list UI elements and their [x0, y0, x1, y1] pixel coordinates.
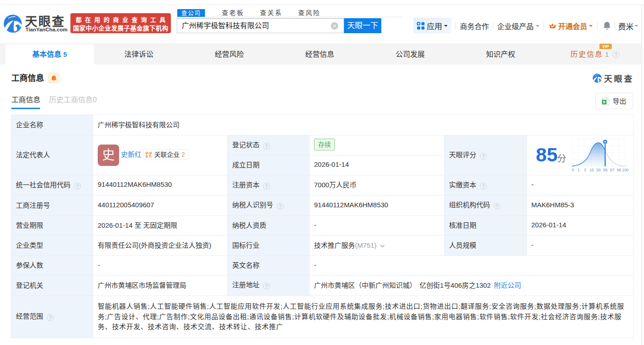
svg-text:100: 100 [622, 168, 629, 172]
svg-text:50: 50 [596, 168, 601, 172]
svg-text:15: 15 [589, 168, 594, 172]
svg-text:1: 1 [578, 168, 580, 172]
svg-text:企: 企 [149, 155, 152, 158]
svg-text:0: 0 [572, 168, 574, 172]
svg-text:3: 3 [584, 168, 586, 172]
svg-text:97: 97 [610, 168, 614, 172]
svg-text:99: 99 [617, 168, 621, 172]
svg-text:85: 85 [603, 168, 608, 172]
